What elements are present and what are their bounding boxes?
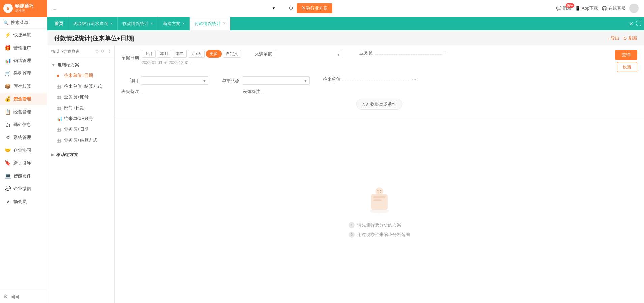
scheme-item-label: 业务员+结算方式 — [64, 137, 97, 143]
sidebar-item-member[interactable]: ∨ 畅会员 — [0, 195, 47, 208]
unit-ellipsis-btn[interactable]: ··· — [412, 76, 416, 82]
tip-text-2: 用过滤条件来缩小分析范围 — [357, 232, 410, 238]
export-btn[interactable]: ↑ 导出 — [607, 35, 620, 41]
date-btn-last-month[interactable]: 上月 — [142, 50, 156, 58]
dept-select[interactable] — [141, 76, 208, 85]
filter-row-3: 表头备注 表体备注 — [121, 89, 637, 95]
date-btn-more[interactable]: 更多 — [206, 50, 222, 58]
staff-settle-icon: ▦ — [57, 138, 62, 143]
scheme-group-mobile-title[interactable]: ▶ 移动端方案 — [47, 150, 114, 160]
online-service-label: 在线客服 — [608, 5, 626, 11]
setting-btn[interactable]: 设置 — [617, 62, 637, 72]
search-menu[interactable]: 🔍 搜索菜单 — [0, 17, 47, 29]
sidebar-item-label: 营销推广 — [13, 45, 31, 51]
sidebar-item-label: 资金管理 — [13, 96, 31, 102]
sidebar-item-finance[interactable]: 💰 资金管理 — [0, 93, 47, 105]
collapse-panel-icon[interactable]: 《 — [106, 49, 110, 54]
scheme-item-label: 往来单位+日期 — [64, 72, 93, 79]
scheme-item-label: 往来单位+账号 — [64, 116, 93, 122]
sidebar-item-label: 经营管理 — [13, 109, 31, 115]
filter-row-2: 部门 单据状态 — [121, 76, 637, 85]
tabbar-expand-icon[interactable]: ⛶ — [636, 21, 641, 27]
online-service-btn[interactable]: 🎧 在线客服 — [602, 5, 626, 11]
wechat-icon: 💬 — [5, 186, 11, 192]
tab-bank-flow-close[interactable]: × — [110, 21, 113, 26]
sidebar-item-operation[interactable]: 📋 经营管理 — [0, 105, 47, 118]
scheme-group-desktop-title[interactable]: ▼ 电脑端方案 — [47, 60, 114, 70]
scheme-item-label: 业务员+账号 — [64, 94, 89, 100]
date-btn-this-year[interactable]: 本年 — [173, 50, 187, 58]
right-panel: 单据日期 上月 本月 本年 近7天 更多 自定义 20 — [115, 45, 644, 303]
sidebar-item-sales[interactable]: 📊 销售管理 — [0, 54, 47, 67]
sidebar-item-inventory[interactable]: 📦 库存核算 — [0, 80, 47, 93]
sidebar-item-wechat[interactable]: 💬 企业微信 — [0, 182, 47, 195]
scheme-item-unit-settle[interactable]: ▦ 往来单位+结算方式 — [47, 81, 114, 92]
sidebar-item-purchase[interactable]: 🛒 采购管理 — [0, 67, 47, 80]
sidebar-item-basic[interactable]: 🗂 基础信息 — [0, 118, 47, 131]
user-avatar[interactable] — [629, 4, 639, 13]
tab-new-scheme-close[interactable]: × — [182, 21, 185, 26]
sidebar-item-system[interactable]: ⚙ 系统管理 — [0, 131, 47, 144]
breadcrumb-chevron[interactable]: ▾ — [273, 6, 275, 11]
tabbar-close-icon[interactable]: ✕ — [629, 21, 633, 27]
left-panel: 按以下方案查询 ⊕ ⊙ 《 ▼ 电脑端方案 ● 往来单位+日期 — [47, 45, 115, 303]
tab-bank-flow[interactable]: 现金银行流水查询 × — [68, 17, 118, 30]
content-area: 付款情况统计(往来单位+日期) ↑ 导出 ↻ 刷新 按以下方案查询 ⊕ — [47, 30, 644, 303]
footer-collapse-icon[interactable]: ◀◀ — [11, 293, 19, 300]
collapse-more-icon: ∧∧ — [362, 102, 369, 107]
sidebar-item-enterprise[interactable]: 🤝 企业协同 — [0, 144, 47, 157]
footer-settings-icon[interactable]: ⚙ — [3, 293, 8, 300]
staff-account-icon: ▦ — [57, 94, 62, 100]
tab-home[interactable]: 首页 — [50, 17, 68, 30]
messages-btn[interactable]: 💬 消息 99+ — [556, 5, 572, 11]
scheme-item-staff-account[interactable]: ▦ 业务员+账号 — [47, 92, 114, 102]
scheme-item-unit-account[interactable]: 📊 往来单位+账号 — [47, 113, 114, 124]
tip-num-1: 1 — [349, 222, 355, 228]
tab-new-scheme[interactable]: 新建方案 × — [158, 17, 190, 30]
tabbar-right-actions: ✕ ⛶ — [629, 21, 641, 27]
sidebar-item-guide[interactable]: 🔖 新手引导 — [0, 157, 47, 170]
scheme-settings-icon[interactable]: ⊙ — [101, 49, 104, 54]
refresh-btn[interactable]: ↻ 刷新 — [623, 35, 637, 41]
staff-ellipsis-btn[interactable]: ··· — [444, 50, 448, 56]
add-scheme-icon[interactable]: ⊕ — [95, 49, 99, 54]
scheme-item-staff-date[interactable]: ▦ 业务员+日期 — [47, 124, 114, 135]
topbar-settings-icon[interactable]: ⚙ — [289, 5, 293, 11]
mobile-group-label: 移动端方案 — [56, 152, 78, 158]
filter-date-item: 单据日期 上月 本月 本年 近7天 更多 自定义 20 — [121, 50, 241, 66]
page-header-actions: ↑ 导出 ↻ 刷新 — [607, 35, 638, 41]
sidebar-item-quick-nav[interactable]: ⚡ 快捷导航 — [0, 29, 47, 41]
sidebar-item-marketing[interactable]: 🎁 营销推广 — [0, 41, 47, 54]
desktop-collapse-arrow: ▼ — [51, 63, 55, 67]
filter-staff-item: 业务员 ··· — [356, 50, 448, 56]
tab-payment-stat[interactable]: 付款情况统计 × — [190, 17, 230, 30]
source-select[interactable] — [275, 50, 342, 58]
sidebar-item-label: 畅会员 — [13, 199, 27, 205]
sidebar-item-label: 智能硬件 — [13, 173, 31, 179]
date-range-text: 2022-01-01 至 2022-12-31 — [142, 60, 241, 66]
scheme-item-dept-date[interactable]: ▦ 部门+日期 — [47, 102, 114, 113]
trial-btn[interactable]: 体验行业方案 — [297, 3, 332, 13]
scheme-item-staff-settle[interactable]: ▦ 业务员+结算方式 — [47, 135, 114, 146]
date-btn-last-7days[interactable]: 近7天 — [188, 50, 205, 58]
finance-icon: 💰 — [5, 96, 11, 102]
empty-tips: 1 请先选择要分析的方案 2 用过滤条件来缩小分析范围 — [349, 222, 410, 238]
voucher-status-select[interactable] — [242, 76, 310, 85]
date-btn-custom[interactable]: 自定义 — [223, 50, 241, 58]
unit-date-icon: ● — [57, 73, 62, 78]
app-download-btn[interactable]: 📱 App下载 — [575, 5, 598, 11]
query-btn[interactable]: 查询 — [615, 50, 637, 60]
empty-tip-1: 1 请先选择要分析的方案 — [349, 222, 410, 228]
page-header: 付款情况统计(往来单位+日期) ↑ 导出 ↻ 刷新 — [47, 30, 644, 45]
scheme-item-unit-date[interactable]: ● 往来单位+日期 — [47, 70, 114, 81]
tab-new-scheme-label: 新建方案 — [163, 21, 180, 27]
tip-text-1: 请先选择要分析的方案 — [357, 222, 401, 228]
sidebar-item-hardware[interactable]: 💻 智能硬件 — [0, 170, 47, 182]
tab-receipts-stat[interactable]: 收款情况统计 × — [118, 17, 158, 30]
date-btn-this-month[interactable]: 本月 — [157, 50, 171, 58]
scheme-item-label: 业务员+日期 — [64, 126, 89, 132]
collapse-more-btn[interactable]: ∧∧ 收起更多条件 — [356, 99, 402, 110]
breadcrumb: ... — [53, 6, 269, 11]
tab-payment-stat-close[interactable]: × — [223, 21, 225, 26]
tab-receipts-stat-close[interactable]: × — [151, 21, 153, 26]
